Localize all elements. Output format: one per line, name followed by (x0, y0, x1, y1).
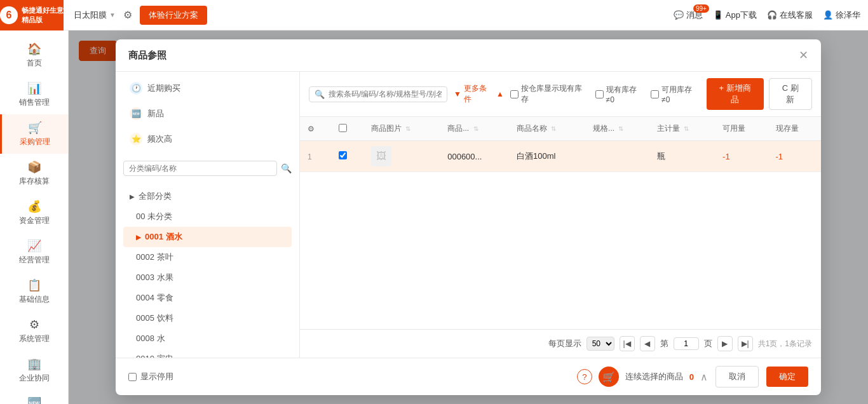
warehouse-checkbox-label[interactable]: 按仓库显示现有库存 (510, 83, 589, 105)
cart-icon[interactable]: 🛒 (599, 367, 619, 387)
sort-icon-spec: ⇅ (618, 125, 623, 132)
product-table: ⚙ 商品图片 ⇅ 商品... ⇅ (300, 117, 821, 172)
warehouse-checkbox[interactable] (510, 90, 519, 98)
store-dropdown[interactable]: 日太阳膜 ▼ (74, 10, 116, 21)
navbar-right: 💬 消息 99+ 📱 App下载 🎧 在线客服 👤 徐泽华 (674, 10, 860, 21)
available-stock-checkbox[interactable] (651, 90, 659, 98)
dropdown-arrow-icon: ▼ (109, 11, 116, 18)
freq-icon: ⭐ (130, 133, 142, 145)
col-name: 商品名称 ⇅ (509, 117, 585, 141)
first-page-button[interactable]: |◀ (620, 336, 635, 351)
expand-icon-0001: ▶ (136, 234, 141, 241)
quick-frequent[interactable]: ⭐ 频次高 (123, 129, 292, 149)
product-thumbnail: 🖼 (371, 146, 391, 166)
current-stock-checkbox[interactable] (595, 90, 604, 98)
category-0010[interactable]: 0010 家电 (123, 349, 292, 358)
online-service-button[interactable]: 🎧 在线客服 (767, 10, 813, 21)
category-00[interactable]: 00 未分类 (123, 206, 292, 227)
sales-icon: 📊 (27, 81, 41, 95)
sort-icon-unit: ⇅ (684, 125, 689, 132)
sidebar-item-system[interactable]: ⚙ 系统管理 (0, 311, 68, 351)
category-0003[interactable]: 0003 水果 (123, 267, 292, 288)
row-unit-cell: 瓶 (649, 141, 715, 172)
cancel-button[interactable]: 取消 (715, 366, 759, 387)
quick-recent[interactable]: 🕐 近期购买 (123, 78, 292, 98)
product-panel: 🔍 ▼ 更多条件 ▲ 按仓库显示现有库存 (300, 72, 821, 358)
trial-button[interactable]: 体验行业方案 (140, 6, 207, 25)
col-checkbox[interactable] (331, 117, 363, 141)
logo: 6 畅捷通好生意 精品版 (0, 0, 64, 30)
row-available-cell: -1 (715, 141, 768, 172)
col-spec: 规格... ⇅ (585, 117, 649, 141)
pagination: 每页显示 50 |◀ ◀ 第 页 ▶ ▶| 共1页，1条记录 (300, 329, 821, 358)
add-product-button[interactable]: + 新增商品 (707, 78, 764, 110)
row-checkbox[interactable] (339, 151, 347, 159)
settings-icon[interactable]: ⚙ (123, 9, 132, 21)
col-code: 商品... ⇅ (440, 117, 509, 141)
show-disabled-checkbox[interactable] (128, 373, 137, 381)
category-0005[interactable]: 0005 饮料 (123, 308, 292, 328)
product-table-container: ⚙ 商品图片 ⇅ 商品... ⇅ (300, 117, 821, 329)
dialog-body: 🕐 近期购买 🆕 新品 ⭐ 频次高 (116, 72, 821, 358)
col-available: 可用量 (715, 117, 768, 141)
logo-text: 畅捷通好生意 精品版 (22, 6, 64, 24)
sidebar-item-finance[interactable]: 💰 资金管理 (0, 193, 68, 232)
page-number-input[interactable] (674, 337, 699, 350)
search-icon: 🔍 (315, 90, 325, 99)
quick-access-section: 🕐 近期购买 🆕 新品 ⭐ 频次高 (116, 72, 299, 156)
modal-overlay: 商品参照 ✕ 🕐 近期购买 🆕 (69, 30, 868, 404)
cart-collapse-button[interactable]: ∧ (700, 371, 708, 383)
sidebar-item-operation[interactable]: 📈 经营管理 (0, 232, 68, 272)
col-settings[interactable]: ⚙ (300, 117, 331, 141)
quick-new[interactable]: 🆕 新品 (123, 104, 292, 124)
row-name-cell: 白酒100ml (509, 141, 585, 172)
current-stock-checkbox-label[interactable]: 现有库存≠0 (595, 84, 644, 104)
row-code-cell: 000600... (440, 141, 509, 172)
category-all[interactable]: ▶ 全部分类 (123, 186, 292, 206)
category-0001[interactable]: ▶ 0001 酒水 (123, 227, 292, 247)
sidebar-item-sales[interactable]: 📊 销售管理 (0, 75, 68, 114)
user-menu[interactable]: 👤 徐泽华 (823, 10, 860, 21)
filter-button[interactable]: ▼ 更多条件 ▲ (454, 83, 504, 105)
table-row[interactable]: 1 🖼 000600... 白酒100ml 瓶 (300, 141, 821, 172)
confirm-button[interactable]: 确定 (766, 367, 808, 387)
category-search-icon[interactable]: 🔍 (281, 163, 292, 173)
product-reference-dialog: 商品参照 ✕ 🕐 近期购买 🆕 (116, 39, 821, 395)
user-icon: 👤 (823, 10, 833, 20)
sidebar-item-enterprise[interactable]: 🏢 企业协同 (0, 351, 68, 390)
cart-count: 0 (689, 372, 694, 382)
sidebar-item-purchase[interactable]: 🛒 采购管理 (0, 114, 68, 154)
category-0004[interactable]: 0004 零食 (123, 288, 292, 308)
select-all-checkbox[interactable] (339, 124, 347, 132)
next-page-button[interactable]: ▶ (717, 336, 733, 351)
category-0008[interactable]: 0008 水 (123, 328, 292, 349)
help-button[interactable]: ? (577, 369, 592, 384)
row-num-cell: 1 (300, 141, 331, 172)
last-page-button[interactable]: ▶| (738, 336, 753, 351)
dialog-close-button[interactable]: ✕ (799, 48, 808, 62)
notification-button[interactable]: 💬 消息 99+ (674, 10, 703, 21)
category-search-input[interactable] (123, 161, 277, 176)
product-search-box[interactable]: 🔍 (309, 86, 447, 102)
navbar: 6 畅捷通好生意 精品版 日太阳膜 ▼ ⚙ 体验行业方案 💬 消息 99+ 📱 … (0, 0, 868, 30)
main-layout: 🏠 首页 📊 销售管理 🛒 采购管理 📦 库存核算 💰 资金管理 📈 经营管理 … (0, 30, 868, 404)
sidebar-item-inventory[interactable]: 📦 库存核算 (0, 154, 68, 193)
available-stock-checkbox-label[interactable]: 可用库存≠0 (651, 84, 700, 104)
refresh-button[interactable]: C 刷新 (769, 78, 812, 110)
page-size-select[interactable]: 50 (587, 337, 614, 351)
operation-icon: 📈 (27, 239, 41, 253)
inventory-icon: 📦 (27, 160, 41, 174)
row-checkbox-cell[interactable] (331, 141, 363, 172)
prev-page-button[interactable]: ◀ (640, 336, 655, 351)
category-0002[interactable]: 0002 茶叶 (123, 247, 292, 267)
sidebar-item-guide[interactable]: 🆕 新手引导 (0, 390, 68, 404)
sidebar-item-basic[interactable]: 📋 基础信息 (0, 272, 68, 311)
col-stock: 现存量 (768, 117, 821, 141)
enterprise-icon: 🏢 (27, 357, 41, 371)
dialog-header: 商品参照 ✕ (116, 39, 821, 72)
show-disabled-checkbox-label[interactable]: 显示停用 (128, 371, 173, 382)
product-search-input[interactable] (329, 90, 442, 98)
sidebar-item-home[interactable]: 🏠 首页 (0, 36, 68, 75)
app-download-button[interactable]: 📱 App下载 (713, 10, 757, 21)
home-icon: 🏠 (27, 42, 41, 56)
